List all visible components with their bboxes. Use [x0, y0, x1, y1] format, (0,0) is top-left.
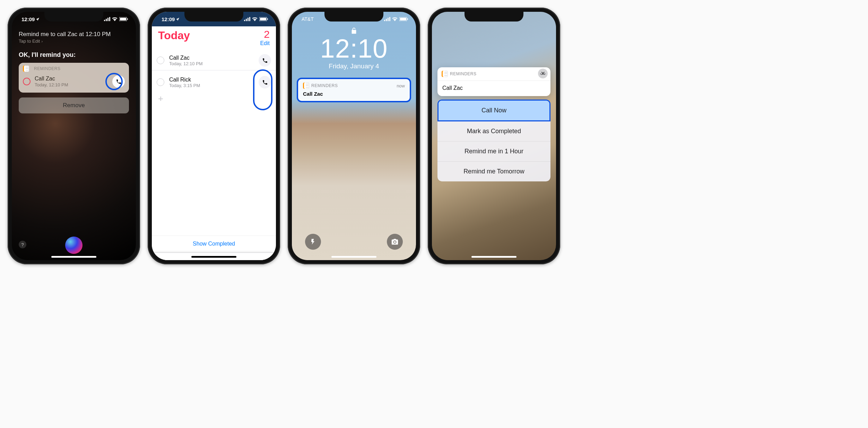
call-button[interactable]: [259, 76, 271, 88]
status-time: 12:09: [21, 16, 35, 22]
home-indicator[interactable]: [51, 256, 96, 258]
reminders-list: Call Zac Today, 12:10 PM Call Rick Today…: [152, 50, 276, 106]
status-time: 12:09: [162, 16, 175, 22]
notification-app-label: REMINDERS: [311, 83, 338, 88]
notification-card[interactable]: REMINDERS ••• Call Zac: [437, 67, 550, 96]
phone-icon: [262, 58, 268, 63]
reminder-card[interactable]: REMINDERS Call Zac Today, 12:10 PM: [19, 63, 129, 93]
siri-user-prompt[interactable]: Remind me to call Zac at 12:10 PM: [19, 31, 129, 38]
phone-icon: [262, 79, 268, 85]
reminder-subtitle: Today, 12:10 PM: [35, 82, 68, 87]
reminder-item[interactable]: Call Zac Today, 12:10 PM: [152, 51, 276, 69]
notch: [465, 12, 523, 22]
lock-notification[interactable]: REMINDERS now Call Zac: [297, 78, 411, 102]
reminder-complete-toggle[interactable]: [157, 78, 164, 86]
reminder-title: Call Rick: [169, 77, 200, 83]
action-remind-tomorrow[interactable]: Remind me Tomorrow: [437, 162, 550, 181]
tap-to-edit-button[interactable]: Tap to Edit ›: [19, 38, 129, 44]
location-icon: [176, 17, 180, 21]
wifi-icon: [112, 17, 118, 21]
phone-notification-actions: ✕ REMINDERS ••• Call Zac Call Now Mark a…: [428, 8, 560, 264]
highlight-annotation: [105, 73, 123, 90]
carrier-label: AT&T: [302, 16, 314, 22]
reminder-subtitle: Today, 12:10 PM: [169, 61, 203, 66]
notch: [184, 12, 243, 22]
edit-button[interactable]: Edit: [260, 40, 270, 46]
notch: [44, 12, 103, 22]
chevron-right-icon: ›: [41, 39, 43, 43]
add-reminder-button[interactable]: +: [152, 91, 276, 106]
phone-reminders-app: 12:09 Today 2 Edit Call Zac: [148, 8, 280, 264]
siri-response: OK, I'll remind you:: [19, 51, 129, 59]
call-button[interactable]: [259, 54, 271, 67]
reminders-list-title: Today: [158, 29, 190, 42]
home-indicator[interactable]: [331, 256, 376, 258]
notification-app-label: REMINDERS: [450, 71, 477, 76]
signal-icon: [244, 17, 250, 21]
show-completed-button[interactable]: Show Completed: [152, 241, 276, 247]
reminder-complete-toggle[interactable]: [157, 57, 164, 64]
reminders-app-icon: [303, 83, 309, 89]
notification-body: Call Zac: [303, 91, 405, 97]
action-call-now[interactable]: Call Now: [437, 100, 550, 122]
location-icon: [36, 17, 40, 21]
lock-time: 12:10: [292, 35, 416, 62]
action-remind-1h[interactable]: Remind me in 1 Hour: [437, 142, 550, 162]
camera-button[interactable]: [387, 234, 403, 250]
divider: [152, 70, 276, 70]
reminders-app-icon: [23, 66, 29, 72]
siri-orb-icon[interactable]: [65, 237, 83, 254]
notification-body: Call Zac: [437, 81, 550, 96]
battery-icon: [259, 17, 268, 21]
reminder-title: Call Zac: [35, 76, 68, 82]
siri-help-button[interactable]: ?: [19, 241, 26, 248]
signal-icon: [384, 17, 390, 21]
notch: [324, 12, 383, 22]
flashlight-icon: [310, 238, 316, 245]
reminder-app-label: REMINDERS: [34, 66, 61, 71]
home-indicator[interactable]: [471, 256, 517, 258]
phone-lock-screen: AT&T 12:10 Friday, January 4 REMINDERS n…: [288, 8, 420, 264]
reminder-item[interactable]: Call Rick Today, 3:15 PM: [152, 73, 276, 91]
battery-icon: [399, 17, 408, 21]
flashlight-button[interactable]: [305, 234, 321, 250]
camera-icon: [391, 238, 399, 246]
home-indicator[interactable]: [191, 256, 236, 258]
reminders-count-badge: 2: [260, 29, 270, 40]
remove-button[interactable]: Remove: [19, 97, 129, 113]
notification-timestamp: now: [397, 83, 405, 88]
phone-siri: 12:09 Remind me to call Zac at 12:10 PM …: [8, 8, 140, 264]
signal-icon: [104, 17, 110, 21]
notification-actions: Call Now Mark as Completed Remind me in …: [437, 100, 550, 181]
close-button[interactable]: ✕: [538, 69, 548, 78]
reminders-app-icon: [442, 71, 448, 77]
battery-icon: [119, 17, 128, 21]
reminder-subtitle: Today, 3:15 PM: [169, 83, 200, 88]
reminder-complete-toggle[interactable]: [23, 78, 31, 85]
action-mark-completed[interactable]: Mark as Completed: [437, 121, 550, 142]
lock-date: Friday, January 4: [292, 62, 416, 70]
wifi-icon: [392, 17, 398, 21]
reminder-title: Call Zac: [169, 55, 203, 61]
wifi-icon: [252, 17, 258, 21]
